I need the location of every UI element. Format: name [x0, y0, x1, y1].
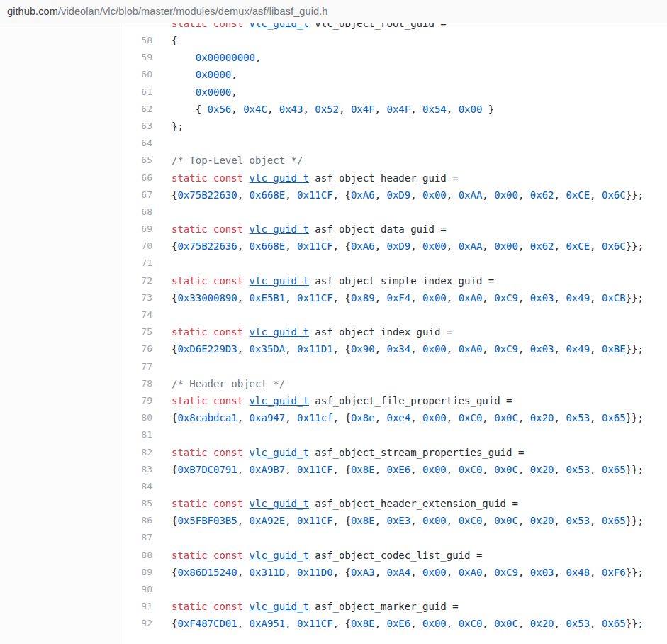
line-number[interactable]: 61 [120, 84, 152, 101]
line-number[interactable]: 84 [120, 478, 152, 495]
code-token: , { [333, 567, 351, 578]
code-token: , [375, 618, 387, 629]
line-number[interactable]: 62 [120, 101, 152, 118]
line-number[interactable]: 58 [120, 32, 152, 49]
code-nav-link[interactable]: vlc_guid_t [250, 447, 309, 458]
hex-literal: 0x8E [351, 515, 375, 526]
code-token: , [554, 412, 566, 423]
code-nav-link[interactable]: vlc_guid_t [250, 275, 309, 287]
line-number[interactable]: 70 [120, 238, 152, 255]
code-line: 60 0x0000, [120, 66, 667, 83]
hex-literal: 0xD9 [386, 240, 410, 252]
line-number[interactable]: 78 [120, 375, 152, 392]
code-line: 91static const vlc_guid_t asf_object_mar… [120, 598, 667, 615]
hex-literal: 0x86D15240 [177, 567, 237, 578]
code-line: 74 [120, 306, 667, 323]
code-token: }}; [626, 189, 644, 201]
line-number[interactable]: 77 [120, 358, 152, 375]
code-line: 72static const vlc_guid_t asf_object_sim… [120, 272, 667, 289]
code-nav-link[interactable]: vlc_guid_t [250, 550, 309, 561]
code-token: , [482, 412, 494, 423]
line-number[interactable]: 90 [120, 581, 152, 598]
code-line: 83{0xB7DC0791, 0xA9B7, 0x11CF, {0x8E, 0x… [120, 461, 667, 478]
code-text: {0xD6E229D3, 0x35DA, 0x11D1, {0x90, 0x34… [172, 340, 644, 357]
code-text: {0x8cabdca1, 0xa947, 0x11cf, {0x8e, 0xe4… [172, 409, 644, 426]
code-nav-link[interactable]: vlc_guid_t [250, 601, 309, 612]
code-text: static const vlc_guid_t asf_object_heade… [172, 170, 459, 187]
hex-literal: 0xC0 [459, 464, 483, 475]
line-number[interactable]: 66 [120, 170, 152, 187]
line-number[interactable]: 59 [120, 49, 152, 66]
hex-literal: 0x6C [602, 240, 626, 252]
code-token: asf_object_simple_index_guid = [309, 275, 494, 287]
line-number[interactable] [120, 23, 152, 32]
code-token: vlc_object_root_guid = [309, 23, 447, 29]
line-number[interactable]: 75 [120, 323, 152, 340]
hex-literal: 0x89 [351, 292, 375, 304]
hex-literal: 0x00 [459, 104, 483, 115]
hex-literal: 0xe4 [386, 412, 410, 423]
code-line: 64 [120, 135, 667, 152]
line-number[interactable]: 71 [120, 255, 152, 272]
line-number[interactable]: 79 [120, 392, 152, 409]
code-nav-link[interactable]: vlc_guid_t [250, 172, 309, 184]
code-token: , { [333, 618, 351, 629]
code-nav-link[interactable]: vlc_guid_t [250, 395, 309, 406]
line-number[interactable]: 80 [120, 409, 152, 426]
line-number[interactable]: 88 [120, 547, 152, 564]
hex-literal: 0xC0 [459, 515, 483, 526]
code-token: , [482, 240, 494, 252]
hex-literal: 0xE6 [386, 464, 410, 475]
hex-literal: 0x4C [243, 104, 267, 115]
code-line: 80{0x8cabdca1, 0xa947, 0x11cf, {0x8e, 0x… [120, 409, 667, 426]
code-token: , [482, 343, 494, 355]
code-token: , [231, 104, 243, 115]
line-number[interactable]: 69 [120, 221, 152, 238]
hex-literal: 0xBE [602, 343, 626, 355]
code-line: 81 [120, 426, 667, 443]
code-token: , [518, 515, 530, 526]
address-bar[interactable]: github.com/videolan/vlc/blob/master/modu… [0, 0, 667, 23]
hex-literal: 0xA4 [386, 567, 410, 578]
code-token: , [518, 567, 530, 578]
line-number[interactable]: 89 [120, 564, 152, 581]
line-number[interactable]: 76 [120, 340, 152, 357]
hex-literal: 0x8e [351, 412, 375, 423]
line-number[interactable]: 65 [120, 152, 152, 169]
code-token [243, 447, 249, 458]
hex-literal: 0x11cf [297, 412, 333, 423]
hex-literal: 0x0C [494, 515, 518, 526]
line-number[interactable]: 74 [120, 306, 152, 323]
line-number[interactable]: 86 [120, 512, 152, 529]
line-number[interactable]: 81 [120, 426, 152, 443]
line-number[interactable]: 68 [120, 204, 152, 221]
line-number[interactable]: 73 [120, 289, 152, 306]
code-line: 82static const vlc_guid_t asf_object_str… [120, 444, 667, 461]
hex-literal: 0xAA [459, 189, 483, 201]
code-token: , [482, 618, 494, 629]
code-line: 73{0x33000890, 0xE5B1, 0x11CF, {0x89, 0x… [120, 289, 667, 306]
hex-literal: 0x00 [422, 464, 447, 475]
line-number[interactable]: 60 [120, 66, 152, 83]
code-token: , [590, 515, 602, 526]
code-token: , [447, 464, 459, 475]
line-number[interactable]: 91 [120, 598, 152, 615]
hex-literal: 0x11CF [297, 618, 333, 629]
line-number[interactable]: 72 [120, 272, 152, 289]
line-number[interactable]: 64 [120, 135, 152, 152]
code-token: asf_object_header_extension_guid = [309, 498, 518, 509]
line-number[interactable]: 92 [120, 615, 152, 632]
code-nav-link[interactable]: vlc_guid_t [250, 223, 309, 235]
line-number[interactable]: 67 [120, 187, 152, 204]
code-nav-link[interactable]: vlc_guid_t [250, 498, 309, 509]
line-number[interactable]: 83 [120, 461, 152, 478]
code-nav-link[interactable]: vlc_guid_t [250, 23, 309, 29]
code-nav-link[interactable]: vlc_guid_t [250, 326, 309, 338]
code-token [243, 223, 249, 235]
hex-literal: 0x48 [566, 567, 590, 578]
line-number[interactable]: 63 [120, 118, 152, 135]
line-number[interactable]: 82 [120, 444, 152, 461]
line-number[interactable]: 85 [120, 495, 152, 512]
line-number[interactable]: 87 [120, 529, 152, 546]
code-token: , [482, 567, 494, 578]
